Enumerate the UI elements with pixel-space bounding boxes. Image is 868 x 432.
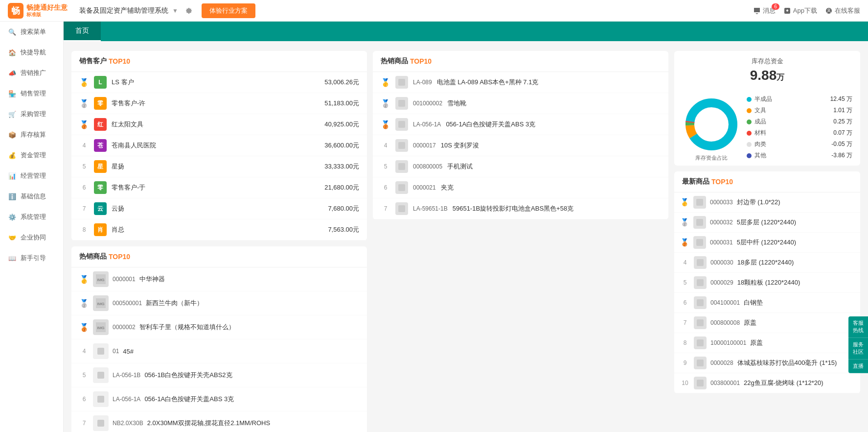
sidebar-item-search[interactable]: 🔍 搜索菜单 — [0, 22, 63, 42]
svg-rect-20 — [398, 205, 405, 212]
sidebar-item-finance[interactable]: 💰 资金管理 — [0, 145, 63, 166]
customer-top10-label: TOP10 — [109, 57, 130, 65]
float-btn-live[interactable]: 直播 — [848, 360, 868, 373]
gear-button[interactable] — [182, 4, 196, 18]
product-code: 000800005 — [413, 163, 442, 170]
product-name: 原盖 — [750, 338, 854, 347]
product-thumbnail — [93, 391, 109, 407]
message-button[interactable]: 消息 6 — [753, 6, 776, 15]
sidebar-item-management[interactable]: 📊 经营管理 — [0, 166, 63, 186]
product-name: 原盖 — [744, 318, 854, 327]
customer-list-item: 🥉 红 红太阳文具 40,925.00元 — [71, 114, 367, 135]
product-code: 0000028 — [710, 360, 733, 366]
product-name: 雪地靴 — [447, 99, 661, 108]
float-btn-service[interactable]: 客服热线 — [848, 316, 868, 338]
message-badge: 6 — [772, 3, 779, 10]
float-btn-community[interactable]: 服务社区 — [848, 338, 868, 360]
legend-value: 1.01 万 — [833, 106, 852, 115]
rank-number: 4 — [79, 142, 89, 149]
newest-product-item: 🥉 0000031 5层中纤 (1220*2440) — [674, 233, 860, 253]
legend-name: 肉类 — [754, 140, 828, 148]
svg-rect-29 — [696, 239, 703, 246]
logo-area: 畅 畅捷通好生意 标准版 — [8, 3, 71, 19]
rank-number: 8 — [79, 226, 89, 233]
inventory-summary: 库存总资金 9.88万 — [674, 51, 860, 89]
guide-icon: 📖 — [8, 254, 17, 263]
product-icon — [694, 357, 707, 369]
sidebar-item-quicknav[interactable]: 🏠 快捷导航 — [0, 42, 63, 63]
customer-list: 🥇 L LS 客户 53,006.26元 🥈 零 零售客户-许 51,183.0… — [71, 72, 367, 240]
sidebar-item-inventory[interactable]: 📦 库存核算 — [0, 124, 63, 145]
product-name: 智利车子里（规格不知道填什么） — [139, 323, 235, 332]
sidebar-item-collab[interactable]: 🤝 企业协同 — [0, 227, 63, 248]
newest-product-item: 7 000800008 原盖 — [674, 313, 860, 333]
avatar: 红 — [94, 118, 107, 131]
sidebar-item-basic-info[interactable]: ℹ️ 基础信息 — [0, 186, 63, 207]
product-icon — [395, 181, 408, 194]
trial-button[interactable]: 体验行业方案 — [202, 3, 255, 18]
sidebar-item-label: 快捷导航 — [21, 48, 46, 57]
svg-text:IMG: IMG — [97, 302, 104, 306]
product-name: 22g鱼豆腐-烧烤味 (1*12*20) — [744, 379, 854, 387]
hot-product-item: 7 NB2.0X30B 2.0X30MM双摆花轴,摆花直径2.1MM/ROHS — [71, 411, 367, 432]
avatar: 肖 — [94, 223, 107, 236]
sales-icon: 🏪 — [8, 89, 17, 98]
customer-amount: 7,563.00元 — [328, 225, 359, 234]
legend-value: 12.45 万 — [830, 95, 852, 103]
customer-top10-title: 销售客户 — [79, 57, 107, 66]
newest-product-item: 🥇 0000033 封边带 (1.0*22) — [674, 192, 860, 213]
sidebar-item-label: 搜索菜单 — [21, 27, 46, 36]
sidebar-item-system[interactable]: ⚙️ 系统管理 — [0, 207, 63, 227]
nav-tabs: 首页 — [64, 22, 868, 41]
product-name: 59651-1B旋转投影灯电池盒ABS黑色+58克 — [453, 204, 661, 213]
float-buttons: 客服热线 服务社区 直播 — [848, 316, 868, 373]
hot-product-list: 🥇 IMG 0000001 中华神器 🥈 IMG 000500001 新西兰牛肉… — [71, 267, 367, 432]
legend-name: 材料 — [754, 129, 830, 137]
sidebar-item-guide[interactable]: 📖 新手引导 — [0, 248, 63, 268]
product-code: 000500001 — [113, 300, 142, 307]
hot-products-title: 热销商品 — [79, 252, 107, 261]
sidebar-item-marketing[interactable]: 📣 营销推广 — [0, 63, 63, 83]
hot-sales-top10-label: TOP10 — [410, 57, 432, 65]
newest-top10-label: TOP10 — [711, 178, 733, 186]
sidebar-item-purchase[interactable]: 🛒 采购管理 — [0, 104, 63, 124]
customer-list-item: 8 肖 肖总 7,563.00元 — [71, 219, 367, 240]
sidebar-item-sales[interactable]: 🏪 销售管理 — [0, 83, 63, 104]
legend-item: 成品 0.25 万 — [747, 118, 852, 126]
system-selector[interactable]: 装备及固定资产辅助管理系统 ▼ — [79, 6, 178, 15]
online-service-button[interactable]: 在线客服 — [825, 6, 860, 15]
app-download-button[interactable]: App下载 — [783, 6, 817, 15]
home-icon: 🏠 — [8, 48, 17, 57]
product-icon — [693, 216, 706, 229]
svg-rect-27 — [696, 199, 703, 206]
product-name: 手机测试 — [447, 162, 661, 171]
svg-text:IMG: IMG — [97, 278, 104, 282]
sidebar-item-label: 企业协同 — [21, 233, 46, 242]
product-name: 中华神器 — [139, 275, 165, 284]
product-code: LA-089 — [413, 79, 432, 86]
product-code: 0000017 — [413, 142, 436, 149]
customer-name: 苍南县人民医院 — [112, 141, 320, 150]
main-content: 销售客户 TOP10 🥇 L LS 客户 53,006.26元 🥈 零 零售客户… — [64, 43, 868, 432]
customer-name: 云扬 — [112, 204, 323, 213]
hot-product-item: 6 LA-056-1A 056-1A白色按键开关盖ABS 3克 — [71, 387, 367, 411]
product-code: 0000002 — [113, 324, 136, 331]
product-code: 0000031 — [710, 239, 733, 246]
hot-sales-item: 5 000800005 手机测试 — [373, 156, 668, 177]
svg-rect-34 — [697, 339, 704, 346]
customer-amount: 21,680.00元 — [324, 183, 359, 192]
rank-number: 7 — [79, 205, 89, 212]
hot-sales-item: 🥈 001000002 雪地靴 — [373, 93, 668, 114]
customer-amount: 40,925.00元 — [324, 120, 359, 129]
hot-sales-item: 6 0000021 夹克 — [373, 177, 668, 198]
newest-product-item: 6 004100001 白钢垫 — [674, 293, 860, 313]
tab-home[interactable]: 首页 — [64, 22, 101, 41]
product-icon — [395, 118, 408, 131]
product-code: 000800008 — [710, 319, 740, 326]
product-thumbnail — [93, 415, 109, 431]
product-code: LA-056-1A — [413, 121, 441, 128]
legend-dot — [747, 108, 752, 113]
product-code: 0000021 — [413, 184, 436, 191]
chart-label: 库存资金占比 — [695, 154, 728, 162]
product-name: 新西兰牛肉（新牛） — [146, 299, 203, 308]
